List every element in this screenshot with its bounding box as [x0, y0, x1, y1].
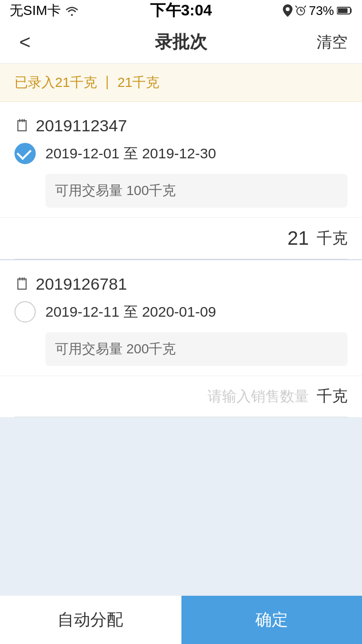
page-content: 🗒 2019112347 2019-12-01 至 2019-12-30 可用交…: [0, 102, 362, 644]
auto-distribute-button[interactable]: 自动分配: [0, 596, 181, 644]
qty-placeholder-2[interactable]: 请输入销售数量: [208, 387, 309, 406]
date-row-1[interactable]: 2019-12-01 至 2019-12-30: [14, 143, 348, 164]
date-range-1: 2019-12-01 至 2019-12-30: [45, 144, 216, 164]
document-icon-2: 🗒: [14, 275, 31, 294]
card-1-inner: 🗒 2019112347 2019-12-01 至 2019-12-30 可用交…: [0, 102, 362, 217]
radio-btn-2[interactable]: [14, 301, 36, 322]
date-range-2: 2019-12-11 至 2020-01-09: [45, 302, 216, 322]
qty-input-row-2: 请输入销售数量 千克: [0, 376, 362, 417]
card-2-inner: 🗒 2019126781 2019-12-11 至 2020-01-09 可用交…: [0, 260, 362, 376]
alarm-icon: [295, 5, 306, 16]
qty-value-1[interactable]: 21: [288, 227, 309, 249]
qty-input-row-1: 21 千克: [0, 217, 362, 259]
batch-id-row-2: 🗒 2019126781: [14, 275, 348, 294]
batch-id-1: 2019112347: [36, 116, 127, 135]
nav-bar: < 录批次 清空: [0, 21, 362, 64]
nav-title: 录批次: [155, 30, 207, 54]
available-qty-1: 可用交易量 100千克: [45, 174, 348, 208]
status-right: 73%: [283, 3, 352, 18]
batch-id-row-1: 🗒 2019112347: [14, 116, 348, 135]
wifi-icon: [65, 5, 79, 16]
back-button[interactable]: <: [14, 27, 35, 58]
info-divider: [107, 76, 108, 89]
clear-button[interactable]: 清空: [317, 32, 348, 53]
available-qty-2: 可用交易量 200千克: [45, 332, 348, 366]
qty-unit-2: 千克: [317, 386, 348, 407]
confirm-button[interactable]: 确定: [181, 596, 362, 644]
radio-btn-1[interactable]: [14, 143, 36, 164]
batch-card-1: 🗒 2019112347 2019-12-01 至 2019-12-30 可用交…: [0, 102, 362, 259]
status-left: 无SIM卡: [10, 1, 79, 20]
batch-card-2: 🗒 2019126781 2019-12-11 至 2020-01-09 可用交…: [0, 260, 362, 417]
svg-rect-5: [338, 8, 348, 13]
location-icon: [283, 4, 292, 17]
quantity-label: 21千克: [117, 73, 159, 92]
carrier-text: 无SIM卡: [10, 1, 61, 20]
status-bar: 无SIM卡 下午3:04 73%: [0, 0, 362, 21]
info-banner: 已录入21千克 21千克: [0, 64, 362, 102]
bottom-bar: 自动分配 确定: [0, 596, 362, 644]
battery-text: 73%: [309, 3, 334, 18]
date-row-2[interactable]: 2019-12-11 至 2020-01-09: [14, 301, 348, 322]
status-time: 下午3:04: [150, 0, 212, 21]
qty-unit-1: 千克: [317, 228, 348, 249]
document-icon-1: 🗒: [14, 116, 31, 135]
svg-point-0: [286, 7, 290, 11]
entered-label: 已录入21千克: [14, 73, 97, 92]
batch-id-2: 2019126781: [36, 275, 127, 294]
battery-icon: [337, 6, 352, 15]
